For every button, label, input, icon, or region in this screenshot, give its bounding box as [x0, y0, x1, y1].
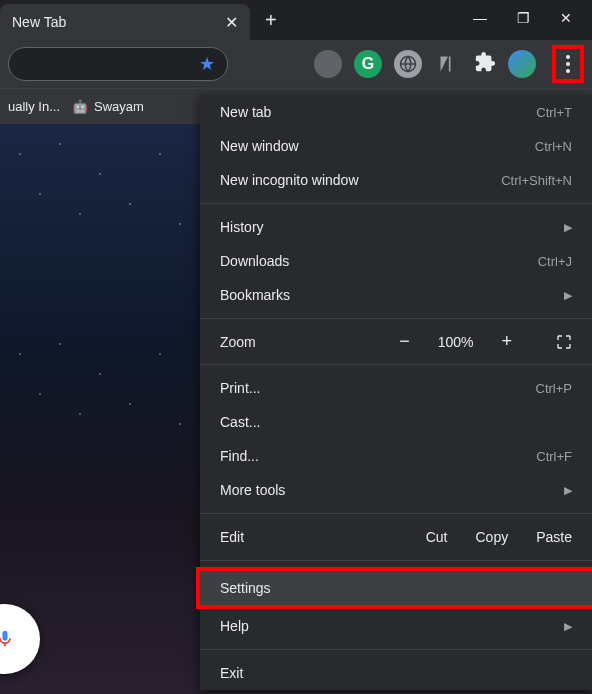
extensions-puzzle-icon[interactable]	[474, 51, 496, 78]
close-window-button[interactable]: ✕	[560, 10, 572, 26]
bookmark-item-2[interactable]: 🤖 Swayam	[72, 99, 144, 114]
menu-new-incognito[interactable]: New incognito window Ctrl+Shift+N	[200, 163, 592, 197]
edit-paste-button[interactable]: Paste	[536, 529, 572, 545]
menu-help[interactable]: Help ▶	[200, 609, 592, 643]
menu-edit: Edit Cut Copy Paste	[200, 520, 592, 554]
toolbar-icons: G	[314, 45, 584, 83]
address-bar[interactable]: ★	[8, 47, 228, 81]
menu-divider	[200, 560, 592, 561]
android-icon: 🤖	[72, 99, 88, 114]
menu-cast[interactable]: Cast...	[200, 405, 592, 439]
menu-divider	[200, 318, 592, 319]
close-tab-icon[interactable]: ✕	[225, 13, 238, 32]
menu-button-highlight	[552, 45, 584, 83]
chevron-right-icon: ▶	[564, 221, 572, 234]
starfield-background	[0, 124, 205, 466]
settings-highlight: Settings	[196, 567, 592, 609]
toolbar: ★ G	[0, 40, 592, 88]
profile-avatar[interactable]	[508, 50, 536, 78]
edit-copy-button[interactable]: Copy	[476, 529, 509, 545]
menu-more-tools[interactable]: More tools ▶	[200, 473, 592, 507]
menu-bookmarks[interactable]: Bookmarks ▶	[200, 278, 592, 312]
tab-strip: New Tab ✕ + — ❐ ✕	[0, 0, 592, 40]
voice-search-button[interactable]	[0, 604, 40, 674]
window-controls: — ❐ ✕	[453, 0, 592, 36]
menu-new-tab[interactable]: New tab Ctrl+T	[200, 95, 592, 129]
new-tab-button[interactable]: +	[265, 9, 277, 32]
maximize-button[interactable]: ❐	[517, 10, 530, 26]
bookmark-star-icon[interactable]: ★	[199, 53, 215, 75]
bookmark-item-1[interactable]: ually In...	[8, 99, 60, 114]
extension-icon-1[interactable]	[314, 50, 342, 78]
menu-divider	[200, 513, 592, 514]
minimize-button[interactable]: —	[473, 10, 487, 26]
menu-divider	[200, 649, 592, 650]
menu-divider	[200, 203, 592, 204]
menu-history[interactable]: History ▶	[200, 210, 592, 244]
menu-downloads[interactable]: Downloads Ctrl+J	[200, 244, 592, 278]
chevron-right-icon: ▶	[564, 620, 572, 633]
menu-zoom: Zoom − 100% +	[200, 325, 592, 358]
menu-print[interactable]: Print... Ctrl+P	[200, 371, 592, 405]
active-tab[interactable]: New Tab ✕	[0, 4, 250, 40]
fullscreen-icon[interactable]	[556, 334, 572, 350]
menu-exit[interactable]: Exit	[200, 656, 592, 690]
globe-icon[interactable]	[394, 50, 422, 78]
menu-divider	[200, 364, 592, 365]
menu-find[interactable]: Find... Ctrl+F	[200, 439, 592, 473]
content-area	[0, 124, 205, 694]
menu-new-window[interactable]: New window Ctrl+N	[200, 129, 592, 163]
extension-icon-2[interactable]	[434, 50, 462, 78]
mic-icon	[0, 629, 15, 649]
menu-button[interactable]	[558, 51, 578, 77]
tab-title: New Tab	[12, 14, 66, 30]
edit-cut-button[interactable]: Cut	[426, 529, 448, 545]
chrome-menu: New tab Ctrl+T New window Ctrl+N New inc…	[200, 95, 592, 690]
chevron-right-icon: ▶	[564, 289, 572, 302]
zoom-out-button[interactable]: −	[395, 331, 414, 352]
zoom-in-button[interactable]: +	[497, 331, 516, 352]
zoom-value: 100%	[438, 334, 474, 350]
menu-settings[interactable]: Settings	[200, 571, 592, 605]
grammarly-icon[interactable]: G	[354, 50, 382, 78]
chevron-right-icon: ▶	[564, 484, 572, 497]
